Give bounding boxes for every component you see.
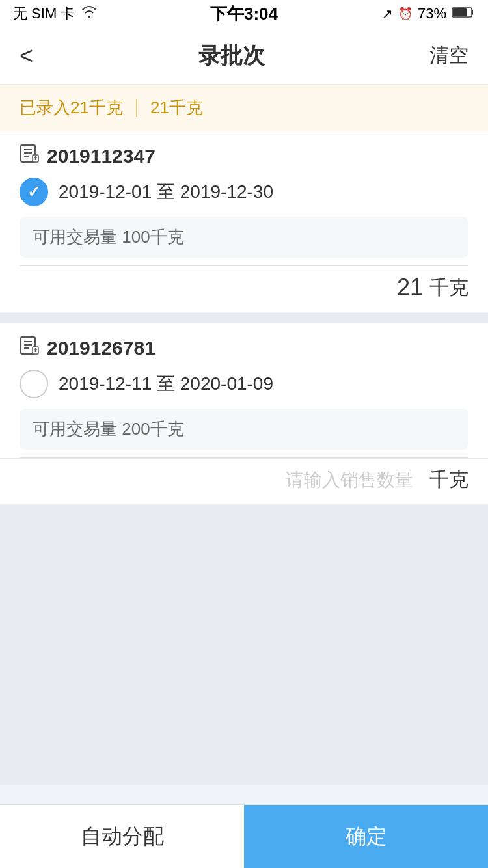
status-time: 下午3:04 (210, 3, 278, 25)
banner-divider (136, 99, 137, 117)
radio-btn-2[interactable] (20, 370, 48, 398)
batch-doc-icon-2 (20, 336, 39, 359)
batch-doc-icon-1 (20, 144, 39, 167)
location-icon: ↗ (382, 6, 393, 21)
bottom-bar: 自动分配 确定 (0, 804, 488, 868)
wifi-icon (80, 5, 98, 22)
status-right: ↗ ⏰ 73% (382, 5, 475, 22)
nav-bar: < 录批次 清空 (0, 27, 488, 85)
avail-row-1: 可用交易量 100千克 (20, 217, 468, 258)
alarm-icon: ⏰ (398, 7, 413, 21)
status-left: 无 SIM 卡 (13, 4, 98, 23)
quantity-unit-1: 千克 (429, 275, 468, 301)
recorded-amount: 已录入21千克 (20, 96, 123, 119)
avail-row-2: 可用交易量 200千克 (20, 409, 468, 450)
batch-id-1: 2019112347 (47, 145, 156, 167)
batch-date-1: 2019-12-01 至 2019-12-30 (59, 180, 273, 204)
battery-text: 73% (418, 5, 446, 22)
batch-header-2: 2019126781 (0, 323, 488, 364)
quantity-value-1: 21 (397, 274, 423, 301)
back-button[interactable]: < (20, 42, 33, 70)
info-banner: 已录入21千克 21千克 (0, 85, 488, 131)
clear-button[interactable]: 清空 (429, 42, 468, 69)
batch-card-1: 2019112347 2019-12-01 至 2019-12-30 可用交易量… (0, 131, 488, 312)
batch-date-2: 2019-12-11 至 2020-01-09 (59, 372, 273, 396)
confirm-button[interactable]: 确定 (244, 805, 488, 868)
recorded-value: 21千克 (150, 96, 203, 119)
quantity-row-1: 21 千克 (0, 266, 488, 312)
batch-row-1[interactable]: 2019-12-01 至 2019-12-30 (0, 172, 488, 211)
section-separator (0, 313, 488, 323)
quantity-unit-2: 千克 (429, 467, 468, 493)
status-bar: 无 SIM 卡 下午3:04 ↗ ⏰ 73% (0, 0, 488, 27)
batch-header-1: 2019112347 (0, 131, 488, 172)
battery-icon (452, 5, 475, 22)
radio-btn-1[interactable] (20, 178, 48, 206)
auto-distribute-button[interactable]: 自动分配 (0, 805, 244, 868)
batch-id-2: 2019126781 (47, 337, 156, 359)
batch-row-2[interactable]: 2019-12-11 至 2020-01-09 (0, 364, 488, 403)
page-title: 录批次 (198, 41, 265, 71)
quantity-input-row-2[interactable]: 千克 (0, 458, 488, 504)
quantity-input-2[interactable] (20, 470, 423, 491)
batch-card-2: 2019126781 2019-12-11 至 2020-01-09 可用交易量… (0, 323, 488, 504)
carrier-text: 无 SIM 卡 (13, 4, 75, 23)
gray-area (0, 505, 488, 785)
svg-rect-1 (453, 8, 467, 16)
